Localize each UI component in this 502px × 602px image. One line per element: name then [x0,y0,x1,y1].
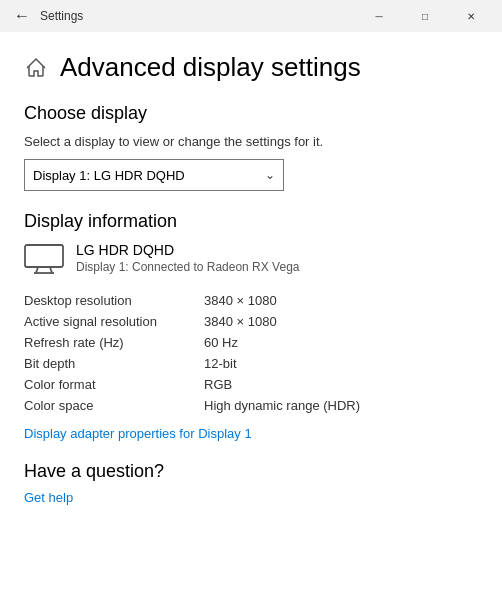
get-help-link[interactable]: Get help [24,490,478,505]
table-row: Color format RGB [24,374,478,395]
choose-display-desc: Select a display to view or change the s… [24,134,478,149]
home-icon [24,56,48,80]
table-row: Color space High dynamic range (HDR) [24,395,478,416]
display-info-title: Display information [24,211,478,232]
faq-section: Have a question? Get help [24,461,478,505]
page-content: Advanced display settings Choose display… [0,32,502,602]
info-value: 12-bit [204,353,478,374]
display-dropdown[interactable]: Display 1: LG HDR DQHD ⌄ [24,159,284,191]
window-title: Settings [40,9,356,23]
monitor-subtitle: Display 1: Connected to Radeon RX Vega [76,260,299,274]
window-controls: ─ □ ✕ [356,0,494,32]
title-bar: ← Settings ─ □ ✕ [0,0,502,32]
info-label: Color format [24,374,204,395]
monitor-row: LG HDR DQHD Display 1: Connected to Rade… [24,242,478,274]
page-header: Advanced display settings [24,32,478,99]
info-label: Refresh rate (Hz) [24,332,204,353]
minimize-button[interactable]: ─ [356,0,402,32]
page-title: Advanced display settings [60,52,361,83]
info-label: Bit depth [24,353,204,374]
display-info-section: LG HDR DQHD Display 1: Connected to Rade… [24,242,478,441]
table-row: Desktop resolution 3840 × 1080 [24,290,478,311]
display-info-table: Desktop resolution 3840 × 1080 Active si… [24,290,478,416]
settings-window: ← Settings ─ □ ✕ Advanced display settin… [0,0,502,602]
info-value: RGB [204,374,478,395]
choose-display-title: Choose display [24,103,478,124]
info-value: 60 Hz [204,332,478,353]
monitor-icon [24,244,64,274]
svg-rect-0 [25,245,63,267]
info-value: High dynamic range (HDR) [204,395,478,416]
back-button[interactable]: ← [8,2,36,30]
info-value: 3840 × 1080 [204,311,478,332]
info-label: Color space [24,395,204,416]
adapter-properties-link[interactable]: Display adapter properties for Display 1 [24,426,252,441]
monitor-info: LG HDR DQHD Display 1: Connected to Rade… [76,242,299,274]
chevron-down-icon: ⌄ [265,168,275,182]
faq-title: Have a question? [24,461,478,482]
table-row: Bit depth 12-bit [24,353,478,374]
close-button[interactable]: ✕ [448,0,494,32]
monitor-name: LG HDR DQHD [76,242,299,258]
maximize-button[interactable]: □ [402,0,448,32]
table-row: Active signal resolution 3840 × 1080 [24,311,478,332]
info-label: Active signal resolution [24,311,204,332]
table-row: Refresh rate (Hz) 60 Hz [24,332,478,353]
info-value: 3840 × 1080 [204,290,478,311]
info-label: Desktop resolution [24,290,204,311]
dropdown-value: Display 1: LG HDR DQHD [33,168,185,183]
